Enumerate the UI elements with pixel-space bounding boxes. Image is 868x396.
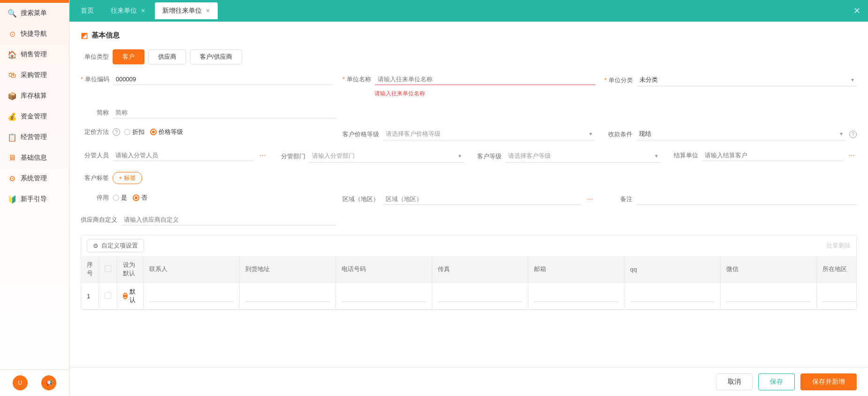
custom-settings-button[interactable]: ⚙ 自定义项设置: [87, 239, 144, 252]
area-more-btn[interactable]: ···: [585, 195, 595, 203]
sidebar-item-search[interactable]: 🔍 搜索菜单: [0, 3, 69, 23]
customer-price-level-select[interactable]: 请选择客户价格等级 ▾: [383, 128, 595, 140]
pricing-discount-radio[interactable]: 折扣: [124, 128, 145, 136]
department-label: 分管部门: [277, 152, 305, 161]
settlement-unit-input[interactable]: [702, 150, 843, 161]
sidebar-item-basic-info[interactable]: 🖥 基础信息: [0, 148, 69, 168]
unit-code-label: 单位编码: [81, 75, 109, 84]
unit-type-group: 单位类型 客户 供应商 客户/供应商: [81, 49, 857, 64]
add-tag-button[interactable]: + 标签: [113, 172, 142, 184]
disabled-no-label: 否: [141, 194, 147, 202]
manager-input[interactable]: [113, 150, 254, 161]
row-phone-input[interactable]: [342, 290, 426, 302]
sidebar-item-finance[interactable]: 💰 资金管理: [0, 106, 69, 127]
unit-name-error: 请输入往来单位名称: [374, 90, 425, 98]
sidebar-item-operations[interactable]: 📋 经营管理: [0, 127, 69, 148]
td-email[interactable]: [528, 283, 624, 310]
settlement-unit-more-btn[interactable]: ···: [847, 151, 857, 160]
row-default-radio[interactable]: 默认: [123, 287, 137, 304]
save-new-button[interactable]: 保存并新增: [800, 373, 857, 390]
td-contact[interactable]: [144, 283, 240, 310]
td-qq[interactable]: [624, 283, 721, 310]
th-default: 设为默认: [117, 256, 144, 283]
sidebar-item-label: 搜索菜单: [21, 9, 47, 17]
th-email: 邮箱: [528, 256, 624, 283]
sidebar-item-label: 销售管理: [21, 50, 47, 59]
sidebar-bottom: U 📢: [0, 369, 69, 396]
tab-bar: 首页 往来单位 ✕ 新增往来单位 ✕ ✕: [69, 0, 868, 22]
area-input[interactable]: [383, 194, 581, 205]
gear-icon: ⚙: [8, 174, 17, 183]
bottom-section: ⚙ 自定义项设置 批量删除 序号 设为默认 联系人 到货地址 电话号码 传真 邮…: [81, 235, 857, 310]
compass-icon: ⊙: [8, 29, 17, 39]
tab-partners[interactable]: 往来单位 ✕: [103, 2, 153, 19]
supplier-custom-input[interactable]: [121, 214, 336, 225]
manager-more-btn[interactable]: ···: [258, 151, 267, 160]
unit-name-label: 单位名称: [343, 75, 371, 84]
batch-delete-button[interactable]: 批量删除: [826, 241, 851, 250]
pricing-method-help-icon[interactable]: ?: [113, 128, 120, 136]
remark-label: 备注: [604, 195, 632, 203]
guide-icon: 🔰: [8, 194, 17, 204]
pricing-level-radio-circle: [150, 129, 157, 135]
unit-type-customer-btn[interactable]: 客户: [113, 49, 145, 64]
tab-bar-close-button[interactable]: ✕: [850, 4, 864, 18]
sidebar-item-guide[interactable]: 🔰 新手引导: [0, 189, 69, 210]
tab-partners-close[interactable]: ✕: [141, 8, 145, 14]
unit-info-row: 单位编码 单位名称 请输入往来单位名称 单位分类 未分类 ▾: [81, 74, 857, 98]
sidebar-item-system[interactable]: ⚙ 系统管理: [0, 168, 69, 189]
sidebar-item-quick-nav[interactable]: ⊙ 快捷导航: [0, 23, 69, 44]
disabled-no-radio[interactable]: 否: [133, 194, 147, 202]
row-address-input[interactable]: [245, 290, 330, 302]
tab-new-partner-close[interactable]: ✕: [206, 8, 210, 14]
department-select[interactable]: 请输入分管部门 ▾: [309, 150, 464, 163]
table-row: 1 默认: [81, 283, 857, 310]
unit-type-supplier-btn[interactable]: 供应商: [148, 49, 186, 64]
td-fax[interactable]: [432, 283, 528, 310]
row-fax-input[interactable]: [438, 290, 522, 302]
unit-type-both-btn[interactable]: 客户/供应商: [190, 49, 242, 64]
sidebar-notification[interactable]: 📢: [41, 375, 56, 390]
row-email-input[interactable]: [534, 290, 618, 302]
payment-terms-help-icon[interactable]: ?: [849, 131, 857, 138]
tab-new-partner[interactable]: 新增往来单位 ✕: [155, 2, 218, 19]
row-wechat-input[interactable]: [726, 290, 811, 302]
td-wechat[interactable]: [721, 283, 817, 310]
disabled-yes-radio[interactable]: 是: [113, 194, 127, 202]
disabled-radios: 是 否: [113, 194, 147, 202]
td-region[interactable]: [817, 283, 857, 310]
sidebar-item-inventory[interactable]: 📦 库存核算: [0, 85, 69, 106]
manager-label: 分管人员: [81, 151, 109, 160]
payment-terms-select[interactable]: 现结 ▾: [636, 128, 845, 140]
unit-category-select[interactable]: 未分类 ▾: [637, 74, 857, 86]
manager-row: 分管人员 ··· 分管部门 请输入分管部门 ▾ 客户等级 请选择客户等级 ▾: [81, 150, 857, 163]
sidebar-item-purchase[interactable]: 🛍 采购管理: [0, 65, 69, 85]
remark-input[interactable]: [636, 194, 857, 205]
row-qq-input[interactable]: [630, 290, 715, 302]
row-checkbox[interactable]: [105, 292, 111, 299]
sidebar-item-label: 快捷导航: [21, 30, 47, 38]
department-placeholder: 请输入分管部门: [312, 152, 457, 160]
short-name-row: 简称: [81, 107, 857, 118]
customer-price-level-group: 客户价格等级 请选择客户价格等级 ▾: [343, 128, 595, 140]
td-address[interactable]: [240, 283, 336, 310]
tab-home[interactable]: 首页: [73, 2, 101, 19]
row-contact-input[interactable]: [149, 290, 234, 302]
sidebar-item-sales[interactable]: 🏠 销售管理: [0, 44, 69, 65]
pricing-level-radio[interactable]: 价格等级: [150, 128, 183, 136]
row-region-input[interactable]: [822, 290, 857, 302]
settlement-unit-label: 结算单位: [670, 151, 698, 160]
header-checkbox[interactable]: [105, 265, 111, 272]
monitor-icon: 🖥: [8, 153, 17, 163]
section-title-text: 基本信息: [91, 31, 120, 40]
sidebar-user-avatar[interactable]: U: [13, 375, 28, 390]
customer-price-level-placeholder: 请选择客户价格等级: [386, 130, 587, 138]
cancel-button[interactable]: 取消: [716, 373, 753, 390]
unit-name-input[interactable]: [375, 74, 595, 85]
payment-terms-label: 收款条件: [604, 130, 632, 139]
td-phone[interactable]: [336, 283, 432, 310]
unit-code-input[interactable]: [113, 74, 333, 85]
short-name-input[interactable]: [113, 107, 336, 118]
customer-level-select[interactable]: 请选择客户等级 ▾: [505, 150, 661, 163]
save-button[interactable]: 保存: [758, 373, 795, 390]
